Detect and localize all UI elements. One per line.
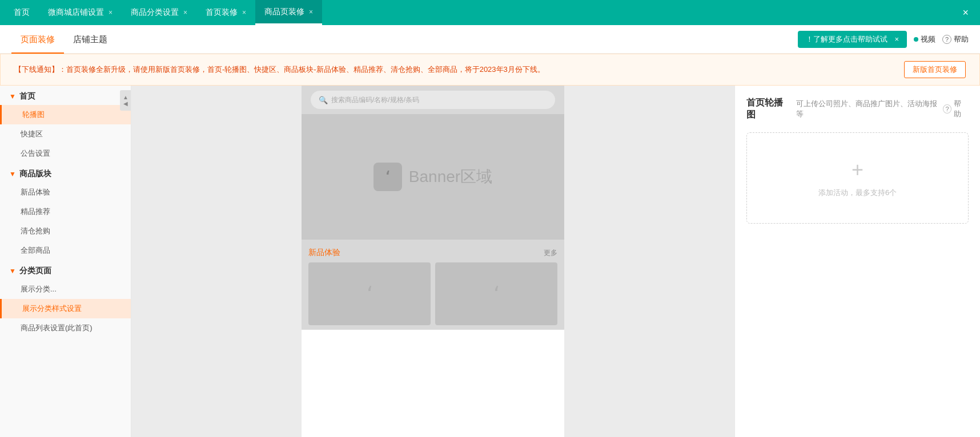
tab-category-settings[interactable]: 商品分类设置 × — [122, 0, 196, 25]
dot-icon — [914, 37, 918, 42]
arrow-icon-category: ▼ — [9, 267, 16, 275]
tab-store-settings[interactable]: 微商城店铺设置 × — [39, 0, 122, 25]
products-section: 新品体验 更多 ʻ ʻ — [302, 240, 564, 330]
upload-area[interactable]: + 添加活动，最多支持6个 — [746, 132, 969, 224]
preview-search-bar: 🔍 搜索商品编码/名称/规格/条码 — [311, 91, 555, 109]
search-icon: 🔍 — [319, 96, 328, 104]
sidebar-group-homepage[interactable]: ▼ 首页 — [0, 86, 131, 105]
sub-tab-page-decor[interactable]: 页面装修 — [11, 25, 64, 54]
new-version-button[interactable]: 新版首页装修 — [904, 61, 966, 78]
banner-text: Banner区域 — [409, 166, 492, 188]
product-item-2: ʻ — [435, 262, 557, 325]
right-panel: 首页轮播图 可上传公司照片、商品推广图片、活动海报等 ? 帮助 + 添加活动，最… — [734, 86, 980, 437]
arrow-icon-products: ▼ — [9, 170, 16, 178]
sidebar-item-new-products[interactable]: 新品体验 — [0, 183, 131, 202]
upload-hint: 添加活动，最多支持6个 — [818, 188, 897, 198]
main-layout: ▲ ◀ ▼ 首页 轮播图 快捷区 公告设置 ▼ 商品版块 新品体验 精品推荐 清… — [0, 86, 980, 437]
product-icon-1: ʻ — [367, 282, 373, 306]
help-link[interactable]: ? 帮助 — [942, 34, 969, 44]
preview-search-area: 🔍 搜索商品编码/名称/规格/条码 — [302, 86, 564, 114]
help-banner[interactable]: ！了解更多点击帮助试试 × — [798, 31, 907, 48]
sidebar-item-clearance[interactable]: 清仓抢购 — [0, 221, 131, 241]
preview-banner-area: ʻ Banner区域 — [302, 114, 564, 240]
sidebar-item-category-style[interactable]: 展示分类样式设置 — [0, 299, 131, 318]
products-header: 新品体验 更多 — [308, 248, 557, 258]
tab-close-store[interactable]: × — [109, 9, 113, 17]
sidebar-group-products[interactable]: ▼ 商品版块 — [0, 163, 131, 183]
tab-close-product[interactable]: × — [309, 8, 313, 16]
right-panel-sub-title: 可上传公司照片、商品推广图片、活动海报等 — [796, 99, 943, 119]
notice-text: 【下线通知】：首页装修全新升级，请使用新版首页装修，首页-轮播图、快捷区、商品板… — [14, 64, 904, 75]
products-title: 新品体验 — [308, 248, 340, 258]
banner-b-icon: ʻ — [373, 163, 402, 191]
video-link[interactable]: 视频 — [914, 34, 935, 44]
sidebar-item-featured[interactable]: 精品推荐 — [0, 202, 131, 221]
sub-tab-store-theme[interactable]: 店铺主题 — [64, 25, 117, 54]
sidebar-collapse-button[interactable]: ▲ ◀ — [120, 90, 131, 111]
notice-bar: 【下线通知】：首页装修全新升级，请使用新版首页装修，首页-轮播图、快捷区、商品板… — [0, 54, 980, 86]
help-banner-close[interactable]: × — [894, 35, 899, 43]
banner-logo: ʻ Banner区域 — [373, 163, 492, 191]
sidebar: ▲ ◀ ▼ 首页 轮播图 快捷区 公告设置 ▼ 商品版块 新品体验 精品推荐 清… — [0, 86, 131, 437]
tab-close-homepage[interactable]: × — [242, 9, 246, 17]
product-icon-2: ʻ — [493, 282, 500, 306]
tab-close-category[interactable]: × — [183, 9, 187, 17]
sidebar-item-banner[interactable]: 轮播图 — [0, 105, 131, 124]
arrow-icon-homepage: ▼ — [9, 92, 16, 100]
preview-phone: 🔍 搜索商品编码/名称/规格/条码 ʻ Banner区域 — [302, 86, 564, 437]
tab-home[interactable]: 首页 — [5, 0, 39, 25]
window-close-button[interactable]: × — [955, 7, 975, 19]
sidebar-item-product-list[interactable]: 商品列表设置(此首页) — [0, 318, 131, 338]
sub-tab-right-actions: ！了解更多点击帮助试试 × 视频 ? 帮助 — [798, 31, 969, 48]
sidebar-item-show-category[interactable]: 展示分类... — [0, 280, 131, 299]
tab-bar: 首页 微商城店铺设置 × 商品分类设置 × 首页装修 × 商品页装修 × × — [0, 0, 980, 25]
question-mark-icon: ? — [943, 104, 952, 114]
plus-icon: + — [852, 158, 863, 182]
product-item-1: ʻ — [308, 262, 431, 325]
tab-homepage-decor[interactable]: 首页装修 × — [196, 0, 255, 25]
center-preview: 🔍 搜索商品编码/名称/规格/条码 ʻ Banner区域 — [131, 86, 734, 437]
tab-product-decor[interactable]: 商品页装修 × — [255, 0, 322, 25]
products-more: 更多 — [544, 248, 557, 258]
question-icon: ? — [942, 35, 951, 44]
sidebar-item-shortcuts[interactable]: 快捷区 — [0, 124, 131, 144]
products-grid: ʻ ʻ — [308, 262, 557, 325]
sidebar-group-category[interactable]: ▼ 分类页面 — [0, 260, 131, 280]
sidebar-item-notice[interactable]: 公告设置 — [0, 144, 131, 163]
sub-tab-bar: 页面装修 店铺主题 ！了解更多点击帮助试试 × 视频 ? 帮助 — [0, 25, 980, 54]
right-panel-title-left: 首页轮播图 可上传公司照片、商品推广图片、活动海报等 — [746, 97, 943, 121]
sidebar-item-all-products[interactable]: 全部商品 — [0, 241, 131, 260]
right-panel-help-link[interactable]: ? 帮助 — [943, 99, 969, 119]
right-panel-main-title: 首页轮播图 — [746, 97, 792, 121]
right-panel-title: 首页轮播图 可上传公司照片、商品推广图片、活动海报等 ? 帮助 — [746, 97, 969, 121]
